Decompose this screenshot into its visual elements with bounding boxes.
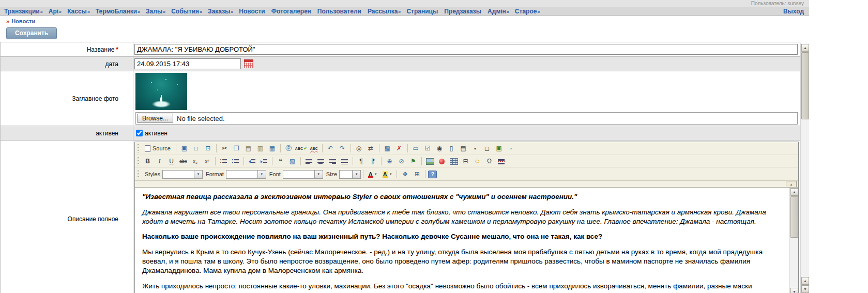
chevron-down-icon[interactable] — [257, 171, 266, 178]
unlink-icon[interactable]: ⊘ — [396, 157, 407, 166]
checkbox-icon[interactable]: ☑ — [422, 144, 433, 153]
copy-icon[interactable]: ❐ — [231, 144, 242, 153]
align-right-button[interactable] — [327, 157, 338, 166]
nav-item-news[interactable]: Новости — [239, 8, 265, 15]
radio-button-icon[interactable]: ◉ — [434, 144, 445, 153]
nav-item-api[interactable]: Api» — [49, 8, 62, 15]
nav-item-cash-desks[interactable]: Кассы» — [67, 8, 90, 15]
blockquote-button[interactable]: ❝ — [275, 157, 286, 166]
font-select[interactable] — [283, 170, 323, 179]
title-input[interactable] — [134, 44, 798, 55]
scroll-up-icon[interactable] — [801, 277, 809, 285]
create-div-button[interactable]: ▧ — [287, 157, 298, 166]
form-icon[interactable]: ▭ — [410, 144, 421, 153]
maximize-icon[interactable]: ❖ — [400, 169, 410, 179]
textarea-icon[interactable]: ▤ — [458, 144, 469, 153]
cut-icon[interactable]: ✂ — [219, 144, 230, 153]
scroll-up-icon[interactable] — [801, 44, 809, 52]
about-icon[interactable]: ? — [428, 171, 437, 178]
nav-item-mailing[interactable]: Рассылка» — [368, 8, 401, 15]
chevron-down-icon[interactable] — [314, 171, 323, 178]
source-button[interactable]: Source — [142, 144, 173, 153]
nav-item-users[interactable]: Пользователи — [317, 8, 362, 15]
nav-item-preorders[interactable]: Предзаказы — [444, 8, 482, 15]
file-input[interactable]: Browse... No file selected. — [135, 112, 798, 125]
page-scrollbar-thumb[interactable] — [801, 52, 809, 119]
table-icon[interactable] — [448, 157, 459, 166]
anchor-icon[interactable]: ⚑ — [408, 157, 419, 166]
find-icon[interactable]: ◎ — [354, 144, 364, 153]
button-icon[interactable]: ◻ — [482, 144, 493, 153]
nav-item-transactions[interactable]: Транзакции» — [4, 8, 43, 15]
horizontal-rule-icon[interactable]: ⊟ — [460, 157, 471, 166]
text-color-button[interactable]: A — [366, 169, 379, 179]
date-input[interactable] — [134, 58, 241, 69]
bidi-ltr-icon[interactable]: ¶ — [356, 157, 367, 166]
scroll-up-icon[interactable] — [790, 188, 798, 196]
select-field-icon[interactable]: ▼ — [470, 144, 481, 153]
image-icon[interactable] — [424, 157, 435, 166]
chevron-down-icon[interactable] — [352, 171, 360, 178]
bold-button[interactable]: B — [142, 157, 153, 166]
align-center-button[interactable] — [315, 157, 326, 166]
print-icon[interactable]: Ⓟ — [283, 144, 294, 153]
indent-button[interactable] — [258, 157, 269, 166]
bidi-rtl-icon[interactable]: ¶ — [368, 157, 378, 166]
nav-item-old[interactable]: Старое» — [515, 8, 540, 15]
superscript-button[interactable]: x² — [202, 157, 212, 166]
nav-item-halls[interactable]: Залы» — [146, 8, 165, 15]
save-button[interactable]: Сохранить — [6, 27, 57, 39]
special-char-icon[interactable]: Ω — [484, 157, 495, 166]
breadcrumb-link-news[interactable]: Новости — [11, 18, 35, 24]
strikethrough-button[interactable]: abc — [178, 157, 189, 166]
nav-item-thermo-blanks[interactable]: ТермоБланки» — [96, 8, 140, 15]
undo-icon[interactable]: ↶ — [325, 144, 336, 153]
image-button-icon[interactable]: ▣ — [494, 144, 505, 153]
bulleted-list-button[interactable] — [230, 157, 241, 166]
editor-content[interactable]: "Известная певица рассказала в эксклюзив… — [135, 188, 798, 293]
nav-item-orders[interactable]: Заказы» — [208, 8, 233, 15]
select-all-icon[interactable]: ▩ — [382, 144, 393, 153]
underline-button[interactable]: U — [166, 157, 177, 166]
spellcheck-icon[interactable]: ABC — [295, 144, 308, 153]
italic-button[interactable]: I — [154, 157, 165, 166]
styles-select[interactable] — [162, 170, 203, 179]
paste-icon[interactable]: ▤ — [243, 144, 254, 153]
remove-format-icon[interactable]: ✗ — [394, 144, 405, 153]
smiley-icon[interactable]: ☺ — [472, 157, 483, 166]
spellcheck-as-you-type-icon[interactable]: ABC — [309, 144, 319, 153]
browse-button[interactable]: Browse... — [137, 114, 173, 123]
active-checkbox[interactable] — [136, 130, 143, 136]
nav-item-pages[interactable]: Страницы — [406, 8, 438, 15]
outdent-button[interactable] — [247, 157, 257, 166]
paste-text-icon[interactable]: ▥ — [255, 144, 266, 153]
scroll-down-icon[interactable] — [801, 285, 809, 293]
chevron-down-icon[interactable] — [194, 171, 202, 178]
show-blocks-icon[interactable]: ⊞ — [412, 169, 422, 179]
redo-icon[interactable]: ↷ — [337, 144, 348, 153]
background-color-button[interactable]: A — [380, 169, 394, 179]
nav-item-events[interactable]: События» — [171, 8, 202, 15]
page-break-icon[interactable] — [496, 157, 507, 166]
calendar-icon[interactable] — [244, 59, 253, 68]
preview-icon[interactable]: ⊡ — [203, 144, 214, 153]
replace-icon[interactable]: ⇄ — [366, 144, 376, 153]
flash-icon[interactable] — [436, 157, 447, 166]
justify-button[interactable] — [339, 157, 350, 166]
nav-item-photo-gallery[interactable]: Фотогалерея — [271, 8, 312, 15]
paste-word-icon[interactable]: ▦ — [267, 144, 278, 153]
format-select[interactable] — [226, 170, 266, 179]
size-select[interactable] — [339, 170, 361, 179]
hidden-field-icon[interactable]: ▫ — [506, 144, 516, 153]
text-field-icon[interactable]: ▯ — [446, 144, 457, 153]
nav-item-admin[interactable]: Адмін» — [488, 8, 509, 15]
link-icon[interactable]: ⊕ — [384, 157, 395, 166]
nav-item-logout[interactable]: Выход — [783, 8, 804, 15]
numbered-list-button[interactable] — [218, 157, 229, 166]
scroll-down-icon[interactable] — [790, 288, 798, 293]
editor-scrollbar-thumb[interactable] — [790, 196, 798, 238]
save-icon[interactable]: ▣ — [179, 144, 190, 153]
align-left-button[interactable] — [303, 157, 314, 166]
subscript-button[interactable]: x₂ — [190, 157, 201, 166]
new-page-icon[interactable]: □ — [191, 144, 202, 153]
